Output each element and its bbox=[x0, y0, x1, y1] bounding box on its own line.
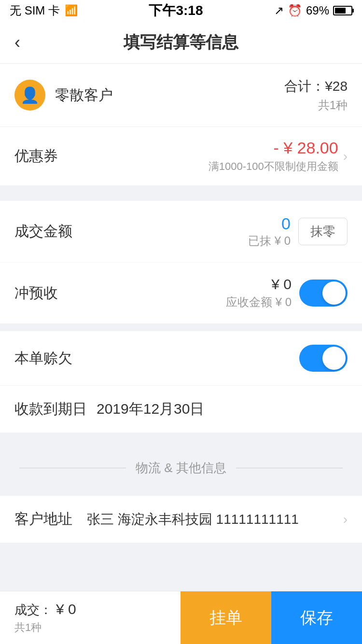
customer-total: 合计：¥28 共1种 bbox=[284, 77, 348, 113]
debit-label: 本单赊欠 bbox=[14, 349, 72, 368]
back-button[interactable]: ‹ bbox=[14, 32, 20, 53]
logistics-title: 物流 & 其他信息 bbox=[136, 460, 226, 476]
coupon-right: - ¥ 28.00 满1000-100不限制使用金额 › bbox=[209, 139, 348, 174]
address-chevron-icon: › bbox=[343, 512, 348, 527]
prepay-row: 冲预收 ¥ 0 应收金额 ¥ 0 bbox=[0, 263, 362, 323]
chevron-right-icon: › bbox=[343, 149, 348, 164]
divider-2 bbox=[0, 323, 362, 331]
transaction-sub: 已抹 ¥ 0 bbox=[248, 233, 291, 249]
prepay-label: 冲预收 bbox=[14, 283, 58, 303]
erase-button[interactable]: 抹零 bbox=[298, 218, 348, 245]
avatar-icon: 👤 bbox=[20, 86, 40, 104]
logistics-header: 物流 & 其他信息 bbox=[0, 460, 362, 476]
duedate-row: 收款到期日 2019年12月30日 bbox=[0, 385, 362, 433]
duedate-value: 2019年12月30日 bbox=[97, 399, 204, 419]
address-value: 张三 海淀永丰科技园 11111111111 bbox=[87, 510, 338, 529]
avatar: 👤 bbox=[14, 80, 45, 111]
prepay-sub: 应收金额 ¥ 0 bbox=[226, 294, 292, 310]
bottom-deal-count: 共1种 bbox=[14, 620, 166, 635]
customer-name: 零散客户 bbox=[55, 85, 113, 105]
bottom-deal-amount: ¥ 0 bbox=[56, 601, 76, 617]
prepay-right: ¥ 0 应收金额 ¥ 0 bbox=[226, 276, 348, 310]
carrier-text: 无 SIM 卡 bbox=[10, 3, 60, 18]
total-count: 共1种 bbox=[284, 98, 348, 113]
bottom-deal-label: 成交： bbox=[14, 602, 52, 618]
transaction-amount[interactable]: 0 bbox=[271, 214, 291, 233]
wifi-icon: 📶 bbox=[65, 4, 78, 17]
page-title: 填写结算等信息 bbox=[124, 31, 238, 54]
customer-info: 👤 零散客户 bbox=[14, 80, 113, 111]
transaction-label: 成交金额 bbox=[14, 222, 72, 241]
coupon-row[interactable]: 优惠券 - ¥ 28.00 满1000-100不限制使用金额 › bbox=[0, 126, 362, 185]
hold-button[interactable]: 挂单 bbox=[181, 591, 271, 644]
coupon-label: 优惠券 bbox=[14, 146, 58, 166]
transaction-row: 成交金额 0 已抹 ¥ 0 抹零 bbox=[0, 201, 362, 263]
nav-bar: ‹ 填写结算等信息 bbox=[0, 21, 362, 64]
debit-toggle[interactable] bbox=[299, 345, 348, 372]
main-content: 👤 零散客户 合计：¥28 共1种 优惠券 - ¥ 28.00 满1000-10… bbox=[0, 64, 362, 601]
status-bar: 无 SIM 卡 📶 下午3:18 ↗ ⏰ 69% bbox=[0, 0, 362, 21]
bottom-info: 成交： ¥ 0 共1种 bbox=[0, 601, 181, 635]
duedate-label: 收款到期日 bbox=[14, 399, 87, 419]
transaction-col: 0 已抹 ¥ 0 bbox=[248, 214, 291, 249]
transaction-right: 0 已抹 ¥ 0 抹零 bbox=[248, 214, 348, 249]
prepay-toggle[interactable] bbox=[299, 280, 348, 307]
status-left: 无 SIM 卡 📶 bbox=[10, 3, 78, 18]
coupon-info: - ¥ 28.00 满1000-100不限制使用金额 bbox=[209, 139, 338, 174]
total-amount: 合计：¥28 bbox=[284, 77, 348, 96]
alarm-icon: ⏰ bbox=[288, 4, 302, 17]
address-label: 客户地址 bbox=[14, 509, 82, 529]
status-right: ↗ ⏰ 69% bbox=[274, 4, 352, 17]
save-button[interactable]: 保存 bbox=[271, 591, 362, 644]
status-time: 下午3:18 bbox=[149, 1, 203, 20]
debit-section: 本单赊欠 收款到期日 2019年12月30日 bbox=[0, 331, 362, 433]
bottom-bar: 成交： ¥ 0 共1种 挂单 保存 bbox=[0, 591, 362, 644]
address-row[interactable]: 客户地址 张三 海淀永丰科技园 11111111111 › bbox=[0, 496, 362, 543]
prepay-amount: ¥ 0 bbox=[226, 276, 292, 293]
line-right bbox=[236, 468, 343, 468]
divider-1 bbox=[0, 193, 362, 201]
line-left bbox=[19, 468, 126, 468]
debit-row: 本单赊欠 bbox=[0, 331, 362, 385]
prepay-amounts: ¥ 0 应收金额 ¥ 0 bbox=[226, 276, 292, 310]
toggle-knob bbox=[322, 281, 346, 305]
bottom-deal-row: 成交： ¥ 0 bbox=[14, 601, 166, 618]
battery-text: 69% bbox=[306, 4, 329, 17]
customer-row: 👤 零散客户 合计：¥28 共1种 bbox=[0, 64, 362, 126]
transaction-section: 成交金额 0 已抹 ¥ 0 抹零 冲预收 ¥ 0 应收金额 ¥ 0 bbox=[0, 201, 362, 323]
coupon-amount: - ¥ 28.00 bbox=[209, 139, 338, 157]
logistics-section: 物流 & 其他信息 bbox=[0, 448, 362, 488]
battery-icon bbox=[333, 6, 352, 15]
customer-section: 👤 零散客户 合计：¥28 共1种 优惠券 - ¥ 28.00 满1000-10… bbox=[0, 64, 362, 185]
debit-toggle-knob bbox=[322, 347, 346, 370]
address-section: 客户地址 张三 海淀永丰科技园 11111111111 › bbox=[0, 496, 362, 543]
divider-3 bbox=[0, 440, 362, 448]
coupon-description: 满1000-100不限制使用金额 bbox=[209, 159, 338, 174]
location-icon: ↗ bbox=[274, 4, 284, 17]
